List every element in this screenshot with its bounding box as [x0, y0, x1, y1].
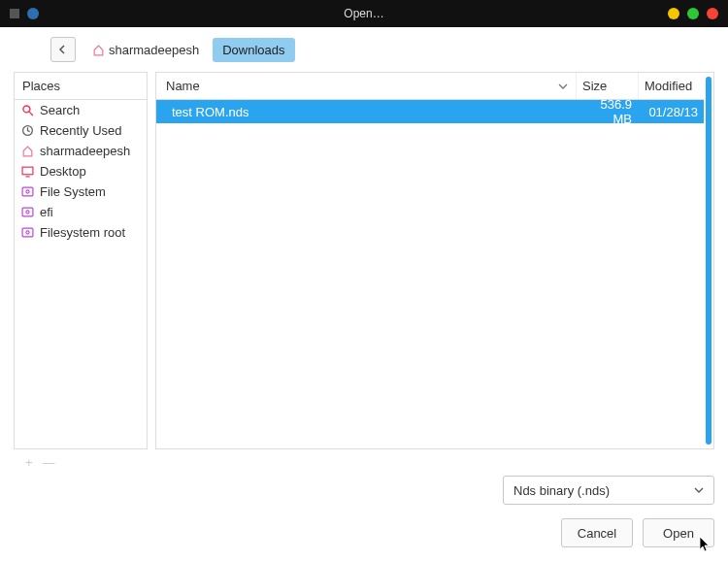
file-name-cell: test ROM.nds — [156, 105, 576, 119]
cursor-icon — [699, 536, 712, 553]
sidebar-item-label: File System — [40, 184, 106, 199]
window-title: Open… — [344, 7, 383, 20]
sidebar-item[interactable]: sharmadeepesh — [15, 141, 147, 161]
table-row[interactable]: test ROM.nds536.9 MB01/28/13 — [156, 100, 704, 123]
pane-indicator-dot — [27, 8, 39, 19]
chevron-left-icon — [58, 45, 68, 54]
close-button[interactable] — [707, 8, 718, 19]
breadcrumb-label: Downloads — [222, 43, 284, 57]
home-icon — [91, 43, 105, 56]
column-header-modified[interactable]: Modified — [638, 73, 704, 99]
main-split: Places SearchRecently UsedsharmadeepeshD… — [14, 72, 714, 449]
sidebar-item[interactable]: Filesystem root — [15, 222, 147, 243]
file-rows: test ROM.nds536.9 MB01/28/13 — [156, 100, 704, 448]
svg-point-0 — [22, 106, 29, 113]
chevron-down-icon — [558, 82, 568, 91]
places-header: Places — [15, 73, 147, 100]
svg-rect-3 — [22, 167, 33, 175]
dialog-body: sharmadeepeshDownloads Places SearchRece… — [0, 27, 728, 561]
sidebar-item-label: Desktop — [40, 164, 86, 179]
file-type-filter-combo[interactable]: Nds binary (.nds) — [503, 476, 714, 505]
svg-rect-5 — [22, 187, 33, 196]
svg-point-6 — [25, 190, 28, 193]
file-area: Name Size Modified test ROM.nds536.9 MB0… — [156, 73, 704, 448]
home-icon — [20, 145, 34, 158]
column-header-size[interactable]: Size — [576, 73, 638, 99]
nav-back-button[interactable] — [50, 37, 76, 62]
sidebar-item-label: Recently Used — [40, 123, 122, 138]
svg-line-1 — [29, 112, 33, 116]
desktop-icon — [20, 165, 34, 179]
file-modified-cell: 01/28/13 — [638, 105, 704, 119]
sidebar-item-label: Search — [40, 103, 80, 117]
sidebar-item-label: efi — [40, 205, 53, 219]
svg-point-10 — [25, 231, 28, 234]
remove-bookmark-icon[interactable]: — — [43, 455, 55, 470]
sidebar-item-label: Filesystem root — [40, 225, 125, 240]
breadcrumb-item[interactable]: sharmadeepesh — [82, 38, 209, 62]
sidebar-item[interactable]: Recently Used — [15, 120, 147, 141]
chevron-down-icon — [694, 485, 704, 495]
sidebar-item[interactable]: Desktop — [15, 161, 147, 182]
bottom-icons: + — — [14, 449, 714, 470]
svg-point-8 — [25, 211, 28, 214]
titlebar: Open… — [0, 0, 728, 27]
search-icon — [20, 104, 34, 117]
app-icon — [10, 9, 19, 18]
places-panel: Places SearchRecently UsedsharmadeepeshD… — [14, 72, 148, 449]
file-size-cell: 536.9 MB — [576, 97, 638, 126]
maximize-button[interactable] — [687, 8, 699, 19]
disk-icon — [20, 206, 34, 219]
sidebar-item[interactable]: efi — [15, 202, 147, 222]
breadcrumb-label: sharmadeepesh — [109, 43, 199, 57]
breadcrumb-item[interactable]: Downloads — [213, 38, 294, 62]
clock-icon — [20, 124, 34, 138]
svg-rect-7 — [22, 208, 33, 216]
places-list: SearchRecently UsedsharmadeepeshDesktopF… — [15, 100, 147, 448]
svg-rect-9 — [22, 228, 33, 237]
scrollbar[interactable] — [706, 77, 711, 445]
file-panel: Name Size Modified test ROM.nds536.9 MB0… — [155, 72, 714, 449]
column-header-name-label: Name — [166, 79, 200, 93]
disk-icon — [20, 185, 34, 199]
window-controls — [668, 8, 718, 19]
minimize-button[interactable] — [668, 8, 679, 19]
cancel-button[interactable]: Cancel — [561, 518, 633, 547]
filter-row: Nds binary (.nds) — [14, 470, 714, 505]
breadcrumb-items: sharmadeepeshDownloads — [82, 38, 295, 62]
disk-icon — [20, 226, 34, 240]
sidebar-item-label: sharmadeepesh — [40, 144, 130, 158]
file-type-filter-label: Nds binary (.nds) — [513, 483, 610, 498]
column-header-name[interactable]: Name — [156, 73, 576, 99]
sidebar-item[interactable]: File System — [15, 182, 147, 202]
breadcrumb: sharmadeepeshDownloads — [14, 37, 714, 62]
sidebar-item[interactable]: Search — [15, 100, 147, 120]
button-row: Cancel Open — [14, 505, 714, 547]
add-bookmark-icon[interactable]: + — [25, 455, 33, 470]
file-column-header: Name Size Modified — [156, 73, 704, 100]
titlebar-left — [10, 8, 39, 19]
